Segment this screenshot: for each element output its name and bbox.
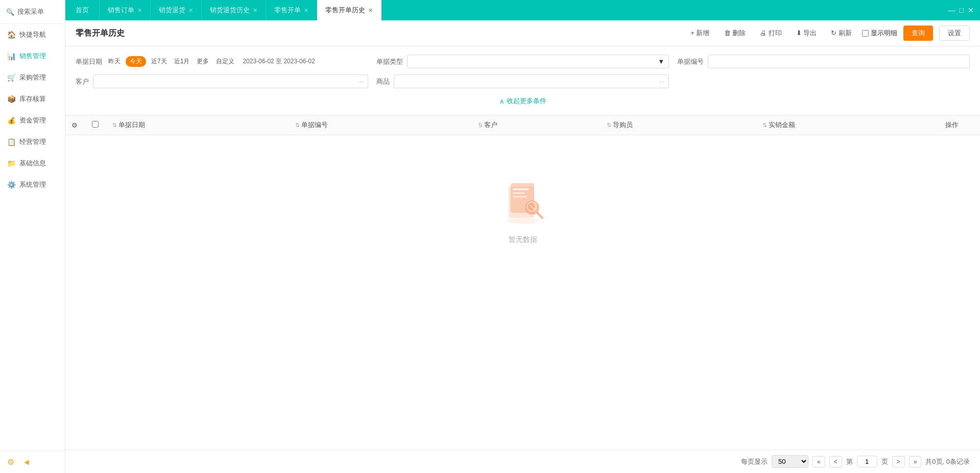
sidebar-item-sales-mgmt[interactable]: 📊 销售管理 — [0, 45, 65, 67]
page-area: 零售开单历史 + 新增 🗑 删除 🖨 打印 ⬇ 导出 ↻ 刷新 显示明细 查询 … — [65, 20, 980, 473]
page-size-select[interactable]: 10 20 50 100 — [772, 455, 808, 468]
settings-button[interactable]: 设置 — [939, 26, 970, 41]
shortcut-1month[interactable]: 近1月 — [172, 56, 192, 67]
sales-icon: 📊 — [7, 52, 15, 60]
goods-label: 商品 — [376, 77, 390, 86]
first-page-button[interactable]: « — [812, 456, 825, 467]
collapse-sidebar-icon[interactable]: ◄ — [22, 458, 31, 467]
refresh-button[interactable]: ↻ 刷新 — [827, 27, 856, 40]
svg-rect-4 — [513, 192, 525, 194]
th-actions: 操作 — [939, 115, 980, 135]
add-button[interactable]: + 新增 — [686, 27, 713, 40]
prev-page-button[interactable]: < — [829, 456, 842, 467]
number-input[interactable] — [708, 55, 970, 68]
th-date[interactable]: 单据日期 — [106, 115, 289, 135]
sys-icon: ⚙️ — [7, 181, 15, 189]
sidebar-item-quick-nav[interactable]: 🏠 快捷导航 — [0, 24, 65, 45]
print-button[interactable]: 🖨 打印 — [756, 27, 786, 40]
minimize-button[interactable]: — — [948, 6, 955, 14]
sidebar-search-label: 搜索采单 — [17, 7, 44, 16]
tab-sales-return-history[interactable]: 销货退货历史 ✕ — [202, 0, 266, 20]
type-select-arrow: ▼ — [658, 58, 664, 65]
tab-sales-order-close[interactable]: ✕ — [137, 7, 142, 14]
collapse-button[interactable]: ∧ 收起更多条件 — [497, 94, 548, 108]
collapse-label: 收起更多条件 — [507, 96, 546, 106]
sidebar-item-label: 销售管理 — [19, 52, 46, 61]
tab-sales-return-close[interactable]: ✕ — [188, 7, 193, 14]
filter-row-2: 客户 ··· 商品 ··· — [76, 74, 970, 88]
sidebar-menu: 🏠 快捷导航 📊 销售管理 🛒 采购管理 📦 库存核算 💰 资金管理 📋 经营管… — [0, 24, 65, 451]
shortcut-7days[interactable]: 近7天 — [149, 56, 169, 67]
page-title: 零售开单历史 — [76, 28, 125, 39]
toolbar-actions: + 新增 🗑 删除 🖨 打印 ⬇ 导出 ↻ 刷新 显示明细 查询 设置 — [686, 26, 970, 41]
customer-select[interactable]: ··· — [93, 74, 368, 88]
show-detail-checkbox-wrapper[interactable]: 显示明细 — [862, 29, 897, 38]
sidebar-item-label: 经营管理 — [19, 137, 46, 146]
sidebar-item-inventory[interactable]: 📦 库存核算 — [0, 88, 65, 110]
empty-text: 暂无数据 — [509, 235, 537, 244]
shortcut-custom[interactable]: 自定义 — [214, 56, 236, 67]
sidebar-bottom: ⚙ ◄ — [0, 451, 65, 473]
filter-date-item: 单据日期 昨天 今天 近7天 近1月 更多 自定义 2023-06-02 至 2… — [76, 56, 368, 67]
shortcut-today[interactable]: 今天 — [126, 56, 146, 67]
sidebar-item-label: 系统管理 — [19, 180, 46, 189]
tab-home-label: 首页 — [76, 6, 89, 15]
home-icon: 🏠 — [7, 31, 15, 39]
svg-point-0 — [508, 218, 538, 224]
th-settings[interactable]: ⚙ — [65, 115, 86, 135]
delete-button[interactable]: 🗑 删除 — [720, 27, 750, 40]
sidebar-item-basic-info[interactable]: 📁 基础信息 — [0, 153, 65, 174]
filter-type-item: 单据类型 ▼ — [376, 55, 669, 68]
pagination: 每页显示 10 20 50 100 « < 第 页 > » 共0页, 0条记录 — [65, 450, 980, 473]
tab-retail-open-history-close[interactable]: ✕ — [368, 7, 373, 14]
sidebar-search[interactable]: 🔍 搜索采单 — [0, 0, 65, 24]
sidebar-item-label: 快捷导航 — [19, 30, 46, 39]
tab-home[interactable]: 首页 — [65, 0, 100, 20]
th-checkbox[interactable] — [86, 115, 106, 135]
date-shortcuts: 昨天 今天 近7天 近1月 更多 自定义 — [106, 56, 236, 67]
date-label: 单据日期 — [76, 57, 102, 66]
next-page-button[interactable]: > — [892, 456, 905, 467]
page-text-prefix: 第 — [846, 457, 853, 466]
operations-icon: 📋 — [7, 138, 15, 146]
shortcut-more[interactable]: 更多 — [195, 56, 211, 67]
th-guide[interactable]: 导购员 — [601, 115, 756, 135]
goods-select[interactable]: ··· — [394, 74, 669, 88]
sidebar-item-label: 基础信息 — [19, 159, 46, 168]
settings-bottom-icon[interactable]: ⚙ — [7, 457, 14, 467]
tab-retail-open-history[interactable]: 零售开单历史 ✕ — [317, 0, 381, 20]
close-button[interactable]: ✕ — [968, 6, 974, 14]
customer-ellipsis: ··· — [358, 78, 364, 85]
th-number[interactable]: 单据编号 — [289, 115, 472, 135]
basic-info-icon: 📁 — [7, 159, 15, 167]
last-page-button[interactable]: » — [909, 456, 922, 467]
tab-sales-order[interactable]: 销售订单 ✕ — [100, 0, 151, 20]
table-header-row: ⚙ 单据日期 单据编号 客户 导购员 实销金额 操作 — [65, 115, 980, 135]
tab-retail-open-close[interactable]: ✕ — [304, 7, 308, 14]
th-amount[interactable]: 实销金额 — [756, 115, 939, 135]
table-body: 暂无数据 — [65, 135, 980, 286]
show-detail-checkbox[interactable] — [862, 30, 869, 37]
sidebar-item-finance[interactable]: 💰 资金管理 — [0, 110, 65, 131]
tab-sales-return[interactable]: 销货退货 ✕ — [151, 0, 202, 20]
tab-bar: 首页 销售订单 ✕ 销货退货 ✕ 销货退货历史 ✕ 零售开单 ✕ 零售开单历史 … — [65, 0, 980, 20]
tab-sales-return-history-close[interactable]: ✕ — [253, 7, 257, 14]
type-select[interactable]: ▼ — [407, 55, 669, 68]
th-customer[interactable]: 客户 — [472, 115, 601, 135]
sidebar-item-label: 资金管理 — [19, 116, 46, 125]
sidebar-item-sys-mgmt[interactable]: ⚙️ 系统管理 — [0, 174, 65, 195]
export-button[interactable]: ⬇ 导出 — [792, 27, 821, 40]
tab-retail-open[interactable]: 零售开单 ✕ — [266, 0, 317, 20]
tab-sales-return-history-label: 销货退货历史 — [210, 6, 250, 15]
page-number-input[interactable] — [857, 456, 877, 467]
toolbar: 零售开单历史 + 新增 🗑 删除 🖨 打印 ⬇ 导出 ↻ 刷新 显示明细 查询 … — [65, 20, 980, 46]
sidebar-item-purchase-mgmt[interactable]: 🛒 采购管理 — [0, 67, 65, 88]
shortcut-yesterday[interactable]: 昨天 — [106, 56, 123, 67]
query-button[interactable]: 查询 — [903, 26, 933, 41]
sidebar-item-operations[interactable]: 📋 经营管理 — [0, 131, 65, 153]
svg-rect-5 — [513, 196, 527, 197]
show-detail-label: 显示明细 — [871, 29, 897, 38]
maximize-button[interactable]: □ — [960, 6, 964, 14]
purchase-icon: 🛒 — [7, 73, 15, 82]
select-all-checkbox[interactable] — [92, 121, 99, 128]
